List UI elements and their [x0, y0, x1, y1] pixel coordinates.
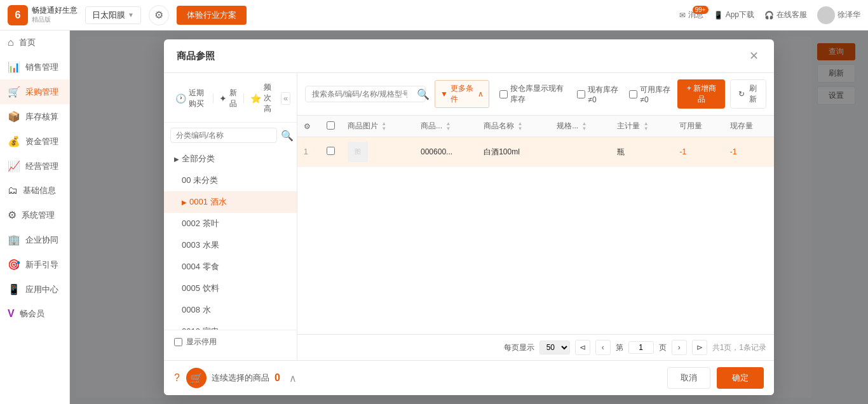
category-0001[interactable]: ▶ 0001 酒水: [164, 191, 297, 213]
collapse-panel-button[interactable]: «: [281, 92, 290, 105]
last-page-button[interactable]: ⊳: [692, 340, 707, 355]
page-number-input[interactable]: [628, 341, 654, 354]
spec-sort-icon[interactable]: ▲▼: [582, 121, 587, 131]
sidebar-label-member: 畅会员: [20, 308, 44, 320]
category-all[interactable]: ▶ 全部分类: [164, 148, 297, 170]
category-search-icon[interactable]: 🔍: [281, 130, 294, 142]
top-nav: 6 畅捷通好生意 精品版 日太阳膜 ▼ ⚙ 体验行业方案 ✉ 消息 99+ 📱 …: [0, 0, 868, 30]
company-selector[interactable]: 日太阳膜 ▼: [85, 6, 141, 24]
table-row[interactable]: 1 图 000600... 白酒100ml: [297, 137, 774, 167]
show-disabled-checkbox[interactable]: 显示停用: [164, 330, 297, 354]
divider: [213, 93, 214, 104]
frequent-btn[interactable]: ⭐ 频次高: [245, 79, 281, 117]
next-page-button[interactable]: ›: [672, 340, 687, 355]
trial-button[interactable]: 体验行业方案: [177, 6, 247, 25]
col-current: 现存量: [724, 116, 774, 137]
quick-filter-buttons: 🕐 近期购买 ✦ 新品 ⭐ 频次高: [164, 79, 297, 123]
row-code: 000600...: [414, 137, 477, 167]
current-stock-checkbox[interactable]: 现有库存≠0: [577, 84, 620, 104]
modal-toolbar: 🔍 ▼ 更多条件 ∧ 按仓库显示现有库存: [297, 73, 774, 116]
category-0005[interactable]: 0005 饮料: [164, 278, 297, 299]
sidebar-item-business[interactable]: 📈 经营管理: [0, 154, 69, 178]
settings-icon[interactable]: ⚙: [149, 5, 169, 25]
apps-icon: 📱: [8, 283, 20, 295]
logo-icon: 6: [8, 5, 28, 25]
sidebar-label-apps: 应用中心: [25, 284, 58, 295]
app-sub: 精品版: [32, 15, 78, 24]
image-sort-icon[interactable]: ▲▼: [381, 121, 386, 131]
row-num: 1: [297, 137, 320, 167]
message-icon: ✉: [679, 11, 686, 20]
sidebar-item-member[interactable]: V 畅会员: [0, 302, 69, 326]
sidebar-label-business: 经营管理: [25, 161, 58, 172]
sidebar-label-enterprise: 企业协同: [25, 234, 58, 246]
name-sort-icon[interactable]: ▲▼: [518, 121, 523, 131]
product-search-input[interactable]: [305, 86, 426, 102]
warehouse-stock-input[interactable]: [499, 90, 508, 98]
help-icon[interactable]: ?: [174, 372, 180, 384]
nav-right: ✉ 消息 99+ 📱 App下载 🎧 在线客服 徐泽华: [679, 6, 860, 24]
available-stock-input[interactable]: [629, 90, 637, 98]
current-stock-input[interactable]: [577, 90, 585, 98]
category-00[interactable]: 00 未分类: [164, 170, 297, 191]
first-page-button[interactable]: ⊲: [575, 340, 590, 355]
category-0003[interactable]: 0003 水果: [164, 234, 297, 256]
more-filters-button[interactable]: ▼ 更多条件 ∧: [435, 80, 489, 108]
sidebar-item-finance[interactable]: 💰 资金管理: [0, 129, 69, 154]
cancel-button[interactable]: 取消: [667, 367, 710, 389]
system-icon: ⚙: [8, 209, 17, 221]
col-settings[interactable]: ⚙: [297, 116, 320, 137]
sidebar-label-system: 系统管理: [22, 210, 55, 221]
code-sort-icon[interactable]: ▲▼: [445, 121, 451, 131]
recent-purchase-btn[interactable]: 🕐 近期购买: [170, 85, 212, 112]
sidebar-item-basic[interactable]: 🗂 基础信息: [0, 178, 69, 203]
table-header-row: ⚙ 商品图片 ▲▼: [297, 116, 774, 137]
col-name: 商品名称 ▲▼: [477, 116, 550, 137]
sidebar-item-enterprise[interactable]: 🏢 企业协同: [0, 227, 69, 252]
refresh-button[interactable]: ↻ 刷新: [730, 79, 766, 109]
unit-sort-icon[interactable]: ▲▼: [644, 121, 649, 131]
sidebar-item-sales[interactable]: 📊 销售管理: [0, 55, 69, 79]
sidebar-item-system[interactable]: ⚙ 系统管理: [0, 203, 69, 227]
modal-left-panel: 🕐 近期购买 ✦ 新品 ⭐ 频次高: [164, 73, 297, 360]
warehouse-stock-checkbox[interactable]: 按仓库显示现有库存: [499, 83, 569, 105]
sidebar-label-sales: 销售管理: [25, 62, 58, 73]
inventory-icon: 📦: [8, 111, 20, 123]
category-0008[interactable]: 0008 水: [164, 299, 297, 321]
per-page-select[interactable]: 50: [539, 340, 570, 354]
sidebar-item-apps[interactable]: 📱 应用中心: [0, 277, 69, 302]
product-search-icon[interactable]: 🔍: [417, 88, 430, 100]
sidebar-item-inventory[interactable]: 📦 库存核算: [0, 104, 69, 129]
company-name: 日太阳膜: [92, 10, 125, 21]
all-caret-icon: ▶: [174, 156, 179, 163]
modal-close-button[interactable]: ✕: [746, 48, 761, 64]
modal-header: 商品参照 ✕: [164, 39, 774, 73]
category-search-input[interactable]: [170, 128, 277, 143]
show-disabled-input[interactable]: [174, 338, 182, 346]
sidebar-item-home[interactable]: ⌂ 首页: [0, 30, 69, 55]
messages-button[interactable]: ✉ 消息 99+: [679, 10, 703, 20]
cat0001-caret-icon: ▶: [182, 199, 187, 206]
finance-icon: 💰: [8, 135, 20, 147]
sidebar-item-purchase[interactable]: 🛒 采购管理: [0, 79, 69, 104]
available-stock-checkbox[interactable]: 可用库存≠0: [629, 84, 672, 104]
cart-button[interactable]: 🛒: [186, 368, 207, 388]
category-0004[interactable]: 0004 零食: [164, 256, 297, 278]
prev-page-button[interactable]: ‹: [595, 340, 611, 355]
sidebar-item-guide[interactable]: 🎯 新手引导: [0, 252, 69, 277]
new-products-btn[interactable]: ✦ 新品: [214, 85, 242, 112]
refresh-icon: ↻: [738, 90, 745, 98]
row-checkbox[interactable]: [320, 137, 341, 167]
add-product-button[interactable]: + 新增商品: [677, 79, 725, 109]
cart-collapse-icon[interactable]: ∧: [289, 372, 297, 384]
category-0002[interactable]: 0002 茶叶: [164, 213, 297, 234]
table-settings-icon[interactable]: ⚙: [304, 122, 311, 131]
app-download-button[interactable]: 📱 App下载: [714, 10, 754, 20]
online-service-button[interactable]: 🎧 在线客服: [764, 10, 807, 20]
row-name: 白酒100ml: [477, 137, 550, 167]
select-all-checkbox[interactable]: [327, 121, 335, 130]
row-select-checkbox[interactable]: [327, 147, 335, 155]
confirm-button[interactable]: 确定: [717, 367, 764, 389]
user-profile-button[interactable]: 徐泽华: [817, 6, 860, 24]
category-0010[interactable]: 0010 家电: [164, 321, 297, 330]
